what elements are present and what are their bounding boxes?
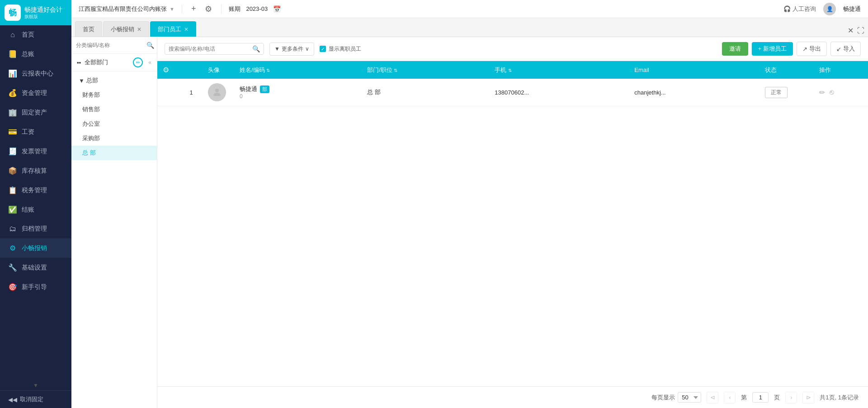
th-name[interactable]: 姓名/编码 ⇅ [234,61,362,79]
sidebar-item-capital[interactable]: 💰 资金管理 [0,83,71,103]
unpin-button[interactable]: ◀◀ 取消固定 [0,390,71,408]
sidebar-item-reports[interactable]: 📊 云报表中心 [0,64,71,83]
company-selector[interactable]: 江西服宝精品有限责任公司内账张 ▼ [79,5,175,13]
collapse-icon[interactable]: « [148,59,151,66]
export-label: 导出 [809,45,821,53]
sidebar-item-salary[interactable]: 💳 工资 [0,122,71,142]
dept-search-input[interactable] [76,42,144,48]
settings-button[interactable]: ⚙ [203,3,214,15]
import-icon: ↙ [836,46,841,52]
sidebar-item-label: 新手引导 [22,283,47,291]
th-gear: ⚙ [157,61,180,79]
sidebar-item-guide[interactable]: 🎯 新手引导 [0,277,71,297]
dept-edit-button[interactable]: ✏ [133,57,143,67]
sidebar-item-ledger[interactable]: 📒 总账 [0,44,71,64]
sidebar-item-label: 基础设置 [22,264,47,272]
more-conditions-button[interactable]: ▼ 更多条件 ∨ [269,43,314,56]
dept-tree-item-purchase[interactable]: 采购部 [71,131,157,146]
support-label: 人工咨询 [793,5,816,13]
dept-panel: 🔍 ▪▪ 全部部门 ✏ « ▼ 总部 财务部 销售部 办公室 采购部 总 部 [71,37,157,408]
logout-employee-button[interactable]: ⎋ [830,88,834,96]
close-all-button[interactable]: ✕ [848,26,854,35]
sidebar-logo: 畅 畅捷通好会计 旗舰版 [0,0,71,25]
page-prev-button[interactable]: ‹ [724,392,736,403]
column-settings-icon[interactable]: ⚙ [163,66,169,74]
td-index: 1 [180,79,203,106]
sort-icon: ⇅ [266,68,270,73]
per-page-select[interactable]: 50 10 20 100 [678,392,701,403]
show-resigned-wrap: ✓ 显示离职员工 [320,45,361,53]
sidebar: 畅 畅捷通好会计 旗舰版 ⌂ 首页 📒 总账 📊 云报表中心 💰 资金管理 🏢 … [0,0,71,408]
filter-bar: 🔍 ▼ 更多条件 ∨ ✓ 显示离职员工 邀请 + 新增员工 ↗ 导出 [157,37,868,61]
show-resigned-checkbox[interactable]: ✓ [320,46,326,52]
employee-table-container: ⚙ 头像 姓名/编码 ⇅ 部门/职位 ⇅ [157,61,868,386]
th-avatar: 头像 [203,61,234,79]
sidebar-item-assets[interactable]: 🏢 固定资产 [0,103,71,122]
edit-employee-button[interactable]: ✏ [819,88,825,97]
expense-icon: ⚙ [8,244,17,252]
dept-tree-parent-general[interactable]: ▼ 总部 [71,73,157,88]
tab-dept-employee[interactable]: 部门员工 ✕ [150,21,196,37]
table-row: 1 畅捷通 [157,79,868,106]
logo-text-wrap: 畅捷通好会计 旗舰版 [24,5,62,20]
page-input[interactable] [752,392,769,403]
sidebar-item-invoice[interactable]: 🧾 发票管理 [0,142,71,161]
checkout-icon: ✅ [8,205,17,214]
tab-expense-close[interactable]: ✕ [137,26,142,33]
dept-search-icon[interactable]: 🔍 [146,42,154,49]
employee-search-icon[interactable]: 🔍 [252,45,260,52]
th-actions: 操作 [814,61,868,79]
dept-tree-item-general-dept[interactable]: 总 部 [71,146,157,160]
calendar-icon[interactable]: 📅 [273,5,281,13]
export-button[interactable]: ↗ 导出 [797,42,827,56]
tab-dept-employee-label: 部门员工 [158,25,181,33]
add-company-button[interactable]: + [189,3,198,14]
dept-tree-item-sales[interactable]: 销售部 [71,102,157,117]
add-employee-button[interactable]: + 新增员工 [752,42,793,56]
th-phone-label: 手机 [495,66,506,73]
employee-search-input[interactable] [169,46,250,52]
page-label: 第 [741,394,747,402]
expand-button[interactable]: ⛶ [857,27,864,35]
td-actions: ✏ ⎋ [814,79,868,106]
th-dept[interactable]: 部门/职位 ⇅ [362,61,489,79]
employee-table: ⚙ 头像 姓名/编码 ⇅ 部门/职位 ⇅ [157,61,868,106]
tab-home[interactable]: 首页 [75,21,102,37]
dept-tree-parent-label: 总部 [86,76,98,85]
username[interactable]: 畅捷通 [843,5,861,13]
unpin-icon: ◀◀ [8,396,17,403]
invite-button[interactable]: 邀请 [722,42,748,56]
sidebar-item-settings[interactable]: 🔧 基础设置 [0,258,71,277]
sidebar-item-label: 总账 [22,50,34,58]
page-last-button[interactable]: ⊳ [802,392,814,403]
sidebar-item-checkout[interactable]: ✅ 结账 [0,200,71,219]
tab-expense[interactable]: 小畅报销 ✕ [103,21,149,37]
th-phone[interactable]: 手机 ⇅ [489,61,629,79]
filter-bar-right: 邀请 + 新增员工 ↗ 导出 ↙ 导入 [722,42,861,56]
sidebar-item-inventory[interactable]: 📦 库存核算 [0,161,71,180]
scroll-indicator: ▼ [0,380,71,390]
dept-grid-icon: ▪▪ [77,59,81,66]
page-first-button[interactable]: ⊲ [707,392,718,403]
headset-icon: 🎧 [783,5,791,12]
logo-title: 畅捷通好会计 [24,5,62,14]
sidebar-item-label: 工资 [22,128,34,136]
sidebar-item-archive[interactable]: 🗂 归档管理 [0,219,71,238]
page-next-button[interactable]: › [785,392,797,403]
td-avatar [203,79,234,106]
filter-icon: ▼ [274,46,280,52]
dept-tree-item-finance[interactable]: 财务部 [71,88,157,102]
support-link[interactable]: 🎧 人工咨询 [783,5,816,13]
import-button[interactable]: ↙ 导入 [830,42,861,56]
more-conditions-label: 更多条件 [282,45,303,53]
sidebar-item-tax[interactable]: 📋 税务管理 [0,180,71,200]
import-label: 导入 [843,45,855,53]
avatar [208,83,226,101]
tab-bar: 首页 小畅报销 ✕ 部门员工 ✕ ✕ ⛶ [71,18,868,37]
tab-dept-employee-close[interactable]: ✕ [184,26,189,33]
sidebar-item-expense[interactable]: ⚙ 小畅报销 [0,238,71,258]
svg-point-0 [215,89,219,92]
sidebar-item-home[interactable]: ⌂ 首页 [0,25,71,44]
th-email: Email [629,61,760,79]
dept-tree-item-office[interactable]: 办公室 [71,117,157,131]
